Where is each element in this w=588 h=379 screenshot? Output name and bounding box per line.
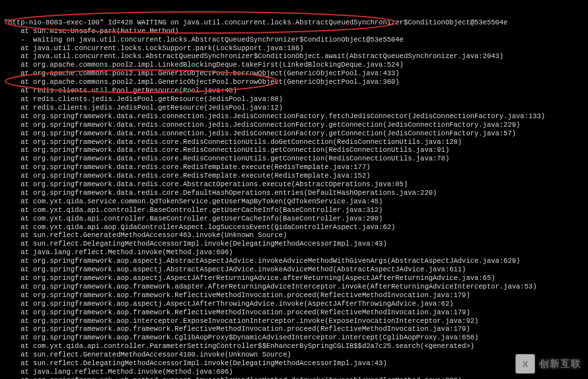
stack-line: at org.springframework.data.redis.connec…	[4, 121, 584, 129]
stack-line: at org.springframework.data.redis.core.R…	[4, 146, 584, 155]
stack-line: at org.apache.commons.pool2.impl.LinkedB…	[4, 61, 584, 69]
stack-line: at java.util.concurrent.locks.LockSuppor…	[4, 44, 584, 53]
watermark-logo-icon: X	[515, 354, 535, 374]
stack-line: at org.apache.commons.pool2.impl.Generic…	[4, 78, 584, 86]
stack-line: at redis.clients.jedis.JedisPool.getReso…	[4, 95, 584, 104]
stack-line: at com.yxt.qida.api.controller.Parameter…	[4, 342, 584, 351]
stack-line: at java.lang.reflect.Method.invoke(Metho…	[4, 368, 584, 376]
stack-line: at org.springframework.data.redis.core.R…	[4, 172, 584, 180]
stack-line: at sun.reflect.GeneratedMethodAccessor41…	[4, 351, 584, 359]
stack-line: at java.util.concurrent.locks.AbstractQu…	[4, 52, 584, 61]
stack-line: at sun.misc.Unsafe.park(Native Method)	[4, 27, 584, 36]
stack-line: at org.springframework.aop.aspectj.Abstr…	[4, 257, 584, 265]
stack-line: at com.yxt.qida.api.controller.BaseContr…	[4, 215, 584, 223]
stack-line: at org.springframework.aop.framework.Cgl…	[4, 333, 584, 342]
stack-line: at org.springframework.aop.interceptor.E…	[4, 317, 584, 326]
stack-line: at org.springframework.data.redis.connec…	[4, 112, 584, 121]
stack-line: at org.springframework.aop.aspectj.Abstr…	[4, 265, 584, 274]
stack-line: at org.springframework.data.redis.core.R…	[4, 163, 584, 172]
stack-line: at org.apache.commons.pool2.impl.Generic…	[4, 69, 584, 78]
stack-line: at org.springframework.aop.framework.Ref…	[4, 291, 584, 300]
watermark-text: 创新互联	[539, 358, 581, 370]
watermark: X 创新互联	[515, 354, 581, 374]
stack-line: at redis.clients.util.Pool.getResource(P…	[4, 86, 584, 95]
stack-line: at java.lang.reflect.Method.invoke(Metho…	[4, 248, 584, 257]
stack-line: at redis.clients.jedis.JedisPool.getReso…	[4, 104, 584, 112]
stack-line: at sun.reflect.GeneratedMethodAccessor46…	[4, 231, 584, 240]
stack-line: at com.yxt.qida.service.common.QdTokenSe…	[4, 197, 584, 206]
stack-line: at org.springframework.data.redis.core.R…	[4, 155, 584, 163]
stack-line: at sun.reflect.DelegatingMethodAccessorI…	[4, 359, 584, 368]
stack-line: at com.yxt.qida.api.controller.BaseContr…	[4, 206, 584, 215]
stack-line: at org.springframework.data.redis.core.R…	[4, 138, 584, 147]
stack-line: - waiting on java.util.concurrent.locks.…	[4, 36, 584, 44]
watermark-logo-letter: X	[523, 359, 529, 369]
stack-line: at org.springframework.data.redis.core.A…	[4, 180, 584, 189]
stack-line: at com.yxt.qida.api.aop.QidaControllerAs…	[4, 223, 584, 232]
terminal-output[interactable]: "http-nio-8083-exec-100" Id=428 WAITING …	[0, 0, 588, 379]
thread-header: "http-nio-8083-exec-100" Id=428 WAITING …	[4, 18, 584, 27]
stack-line: at org.springframework.aop.framework.ada…	[4, 283, 584, 291]
stack-line: at org.springframework.data.redis.core.D…	[4, 189, 584, 197]
stack-line: at org.springframework.aop.aspectj.Aspec…	[4, 300, 584, 308]
stack-line: at sun.reflect.DelegatingMethodAccessorI…	[4, 240, 584, 248]
stack-line: at org.springframework.aop.framework.Ref…	[4, 325, 584, 333]
stack-line: at org.springframework.aop.framework.Ref…	[4, 308, 584, 317]
stack-line: at org.springframework.aop.aspectj.Aspec…	[4, 274, 584, 283]
stack-line: at org.springframework.web.method.suppor…	[4, 376, 584, 379]
stack-line: at org.springframework.data.redis.connec…	[4, 129, 584, 138]
